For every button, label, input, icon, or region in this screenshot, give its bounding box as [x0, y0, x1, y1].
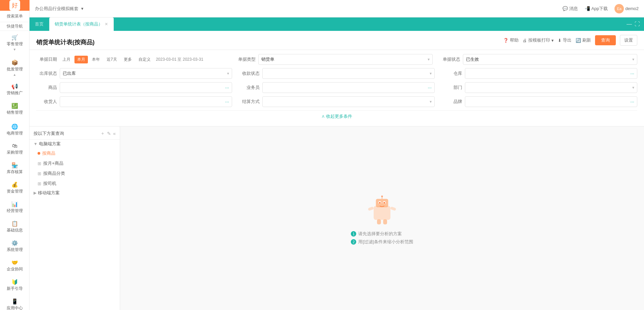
receiver-label: 收货人	[36, 99, 60, 105]
receiver-dots-btn[interactable]: ···	[225, 99, 229, 104]
payment-arrow[interactable]: ▾	[430, 99, 432, 104]
sidebar-quick-nav[interactable]: 快捷导航	[0, 22, 29, 31]
doc-type-control[interactable]: 销货单 ▾	[258, 54, 433, 65]
query-btn[interactable]: 查询	[595, 35, 616, 45]
guide-icon: 🔰	[11, 279, 18, 285]
refresh-btn[interactable]: 🔄 刷新	[576, 37, 591, 43]
payment-control[interactable]: ▾	[262, 96, 435, 107]
tip-num-2: 2	[351, 239, 356, 245]
sidebar-item-marketing[interactable]: 📢 营销推广	[0, 80, 29, 99]
tab-minimize-btn[interactable]: —	[627, 21, 632, 27]
collapse-btn[interactable]: ∧ 收起更多条件	[36, 110, 637, 122]
quick-nav-label[interactable]: 快捷导航	[7, 24, 23, 29]
print-dropdown-icon[interactable]: ▾	[551, 38, 554, 43]
tab-active[interactable]: 销货单统计表（按商品） ✕	[49, 17, 114, 31]
tab-maximize-btn[interactable]: ⛶	[635, 21, 640, 27]
operations-icon: 📊	[11, 201, 18, 207]
tree-item-by-customer[interactable]: ⊞ 按司机	[30, 178, 120, 189]
user-profile[interactable]: Ea demo2	[614, 4, 639, 13]
refresh-label: 刷新	[582, 37, 591, 43]
empty-state: 1 请先选择要分析的方案 2 用[过滤]条件来缩小分析范围	[351, 192, 413, 245]
doc-status-arrow[interactable]: ▾	[632, 57, 634, 62]
receiver-control[interactable]: ···	[60, 96, 232, 107]
search-menu-label[interactable]: 搜索菜单	[7, 14, 23, 18]
industry-dropdown[interactable]: ▾	[81, 6, 84, 11]
scheme-panel-title: 按以下方案查询	[34, 131, 64, 137]
date-tab-7days[interactable]: 近7天	[104, 56, 120, 63]
dept-control[interactable]: ▾	[465, 82, 637, 93]
sidebar-item-system[interactable]: ⚙️ 系统管理	[0, 237, 29, 256]
date-tab-prev[interactable]: 上月	[60, 56, 73, 63]
by-customer-label: 按司机	[43, 180, 56, 187]
tree-item-by-category[interactable]: ⊞ 按商品分类	[30, 168, 120, 178]
add-scheme-btn[interactable]: ＋	[100, 131, 105, 137]
brand-control[interactable]: ···	[465, 96, 637, 107]
print-btn[interactable]: 🖨 按模板打印 ▾	[523, 37, 554, 43]
messages-btn[interactable]: 💬 消息	[562, 6, 578, 12]
brand-dots-btn[interactable]: ···	[630, 99, 634, 104]
sidebar-item-enterprise[interactable]: 🤝 企业协同	[0, 256, 29, 275]
date-tab-more[interactable]: 更多	[121, 56, 135, 63]
warehouse-dots-btn[interactable]: ···	[630, 71, 634, 76]
industry-label: 办公用品行业模拟账套	[35, 6, 78, 12]
date-tab-year[interactable]: 本年	[89, 56, 103, 63]
tree-group-mobile[interactable]: ▶ 移动端方案	[30, 189, 120, 197]
svg-point-4	[379, 202, 381, 204]
out-status-control[interactable]: 已出库 ▾	[60, 68, 232, 79]
collapse-tree-btn[interactable]: «	[113, 131, 116, 136]
svg-rect-1	[376, 199, 388, 207]
settings-btn[interactable]: 设置	[620, 35, 637, 46]
tree-item-by-month-goods[interactable]: ⊞ 按月+商品	[30, 158, 120, 168]
salesman-label: 业务员	[239, 85, 262, 91]
warehouse-control[interactable]: ···	[465, 68, 637, 79]
tree-group-desktop[interactable]: ▼ 电脑端方案	[30, 140, 120, 148]
salesman-dots-btn[interactable]: ···	[428, 85, 432, 90]
page-title: 销货单统计表(按商品)	[36, 38, 95, 46]
goods-dots-btn[interactable]: ···	[225, 85, 229, 90]
sidebar-item-ecommerce[interactable]: 🌐 电商管理	[0, 120, 29, 140]
date-tab-custom[interactable]: 自定义	[136, 56, 153, 63]
sidebar-item-label-operations: 经营管理	[7, 208, 23, 214]
sidebar-item-guide[interactable]: 🔰 新手引导	[0, 275, 29, 295]
salesman-control[interactable]: ···	[262, 82, 435, 93]
sidebar-item-inventory[interactable]: 🏪 库存核算	[0, 159, 29, 178]
collapse-icon: ∧	[321, 114, 325, 119]
help-btn[interactable]: ❓ 帮助	[503, 37, 519, 43]
sidebar-item-retail[interactable]: 🛒 零售管理 ▼	[0, 31, 29, 55]
sidebar-item-finance[interactable]: 💰 资金管理	[0, 178, 29, 198]
scheme-panel-actions: ＋ ✎ «	[100, 131, 116, 137]
goods-inner: ···	[63, 85, 229, 90]
sidebar-item-wholesale[interactable]: 📦 批发管理 ▲	[0, 56, 29, 80]
sidebar-item-basic[interactable]: 📋 基础信息	[0, 217, 29, 237]
tab-home[interactable]: 首页	[30, 17, 49, 31]
export-btn[interactable]: ⬇ 导出	[558, 37, 572, 43]
sidebar-item-operations[interactable]: 📊 经营管理	[0, 198, 29, 217]
sidebar-item-apps[interactable]: 📱 应用中心	[0, 295, 29, 310]
warehouse-inner: ···	[468, 71, 634, 76]
page-header-actions: ❓ 帮助 🖨 按模板打印 ▾ ⬇ 导出 🔄 刷新 查询 设置	[503, 35, 637, 50]
doc-type-arrow[interactable]: ▾	[428, 57, 430, 62]
tab-close-btn[interactable]: ✕	[105, 22, 108, 27]
export-icon: ⬇	[558, 38, 561, 43]
sidebar-search-menu[interactable]: 搜索菜单	[0, 11, 29, 22]
grid-icon-2: ⊞	[38, 171, 41, 176]
pay-status-label: 收款状态	[239, 70, 262, 76]
pay-status-control[interactable]: ▾	[262, 68, 435, 79]
pay-status-arrow[interactable]: ▾	[430, 71, 432, 76]
dept-arrow[interactable]: ▾	[632, 85, 634, 90]
out-status-arrow[interactable]: ▾	[227, 71, 229, 76]
tree-item-by-goods[interactable]: 按商品	[30, 148, 120, 158]
sidebar-item-purchase[interactable]: 🛍 采购管理	[0, 140, 29, 159]
doc-status-control[interactable]: 已生效 ▾	[463, 54, 637, 65]
doc-status-label: 单据状态	[439, 56, 463, 62]
app-download-btn[interactable]: 📲 App下载	[585, 6, 608, 12]
download-label: App下载	[591, 6, 608, 12]
svg-point-7	[381, 195, 383, 197]
logo-icon: 好	[9, 0, 20, 11]
date-tab-current[interactable]: 本月	[74, 56, 88, 63]
sidebar-item-label-system: 系统管理	[7, 247, 23, 253]
edit-scheme-btn[interactable]: ✎	[107, 131, 111, 136]
sidebar-item-sales[interactable]: 💹 销售管理	[0, 99, 29, 119]
export-label: 导出	[563, 37, 572, 43]
goods-control[interactable]: ···	[60, 82, 232, 93]
